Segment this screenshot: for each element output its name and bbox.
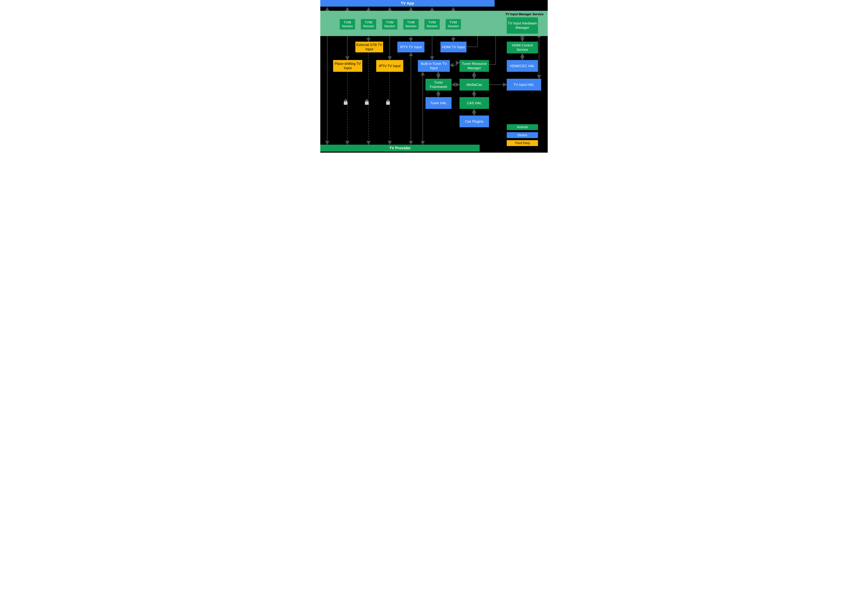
hdmi-cec-hal: HDMI/CEC HAL xyxy=(507,60,538,72)
external-stb-tv-input: External STB TV Input xyxy=(355,42,383,53)
tv-input-hardware-manager: TV Input Hardware Manager xyxy=(507,17,538,34)
tvim-session-5: TVIM Session xyxy=(425,19,440,29)
hdmi-tv-input: HDMI TV Input xyxy=(440,42,467,53)
lock-icon xyxy=(344,99,348,105)
lock-icon xyxy=(386,99,390,105)
mediacas: MediaCas xyxy=(459,79,489,90)
cas-hal: CAS HAL xyxy=(459,97,489,109)
tuner-hal: Tuner HAL xyxy=(426,97,451,109)
legend-android: Android xyxy=(507,124,538,130)
place-shifting-tv-input: Place-shifting TV Input xyxy=(333,60,362,72)
architecture-diagram: TV App TV Input Manager Service TVIM Ses… xyxy=(320,0,548,153)
lock-icon xyxy=(364,99,369,105)
tuner-resource-manager: Tuner Resource Manager xyxy=(459,60,489,72)
built-in-tuner-tv-input: Built-in-Tuner TV Input xyxy=(418,60,450,72)
iptv-tv-input-thirdparty: IPTV TV Input xyxy=(376,60,403,72)
tv-input-hal: TV Input HAL xyxy=(507,79,541,90)
tv-provider-band: TV Provider xyxy=(320,145,480,152)
legend-device: Device xyxy=(507,132,538,138)
tv-app-band: TV App xyxy=(320,0,495,6)
tvim-session-6: TVIM Session xyxy=(446,19,461,29)
tvim-session-2: TVIM Session xyxy=(361,19,376,29)
tvim-session-1: TVIM Session xyxy=(340,19,355,29)
tims-label: TV Input Manager Service xyxy=(506,12,544,16)
tuner-framework: Tuner Framework xyxy=(426,79,451,90)
iptv-tv-input-device: IPTV TV Input xyxy=(397,42,425,53)
hdmi-control-service: HDMI Control Service xyxy=(507,42,538,53)
legend-third-party: Third Party xyxy=(507,140,538,146)
cas-plugins: Cas Plugins xyxy=(459,116,489,127)
tvim-session-3: TVIM Session xyxy=(382,19,397,29)
tvim-session-4: TVIM Session xyxy=(403,19,418,29)
